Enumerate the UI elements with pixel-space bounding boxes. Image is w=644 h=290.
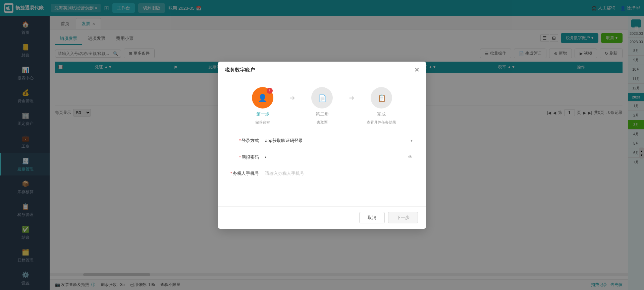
step-2-label: 第二步 bbox=[316, 111, 329, 117]
step-2: 📄 第二步 去取票 bbox=[295, 87, 349, 125]
step-1-label: 第一步 bbox=[256, 111, 269, 117]
step-3-icon-wrap: 📋 bbox=[371, 87, 392, 108]
step-1-icon-wrap: 👤 ! bbox=[252, 87, 273, 108]
step-arrow-2: ➜ bbox=[349, 87, 355, 102]
dialog-body: 👤 ! 第一步 完善账密 ➜ 📄 bbox=[218, 79, 426, 206]
svg-text:📄: 📄 bbox=[318, 94, 327, 102]
password-row: 网报密码 👁 bbox=[229, 153, 415, 162]
login-method-arrow-icon: ▾ bbox=[411, 138, 413, 143]
step-3-label: 完成 bbox=[377, 111, 386, 117]
modal-overlay[interactable]: 税务数字账户 ✕ 👤 ! 第一步 完善账密 bbox=[0, 0, 644, 290]
svg-text:📋: 📋 bbox=[378, 94, 386, 102]
step-1-avatar-icon: 👤 bbox=[257, 92, 269, 104]
step-2-doc-icon: 📄 bbox=[316, 92, 328, 104]
dialog-header: 税务数字账户 ✕ bbox=[218, 62, 426, 79]
wizard-steps: 👤 ! 第一步 完善账密 ➜ 📄 bbox=[229, 87, 415, 125]
cancel-button[interactable]: 取消 bbox=[359, 212, 385, 223]
phone-input[interactable] bbox=[262, 169, 415, 178]
password-field-wrap: 👁 bbox=[262, 153, 415, 162]
phone-row: 办税人手机号 bbox=[229, 169, 415, 178]
step-3: 📋 完成 查看具体任务结果 bbox=[355, 87, 408, 125]
login-method-value: app获取验证码登录 bbox=[265, 138, 303, 144]
step-2-sublabel: 去取票 bbox=[317, 120, 328, 125]
step-2-icon-wrap: 📄 bbox=[311, 87, 333, 108]
dialog-footer: 取消 下一步 bbox=[218, 206, 426, 229]
password-input[interactable] bbox=[262, 153, 408, 162]
login-method-row: 登录方式 app获取验证码登录 ▾ bbox=[229, 136, 415, 146]
step-1-error-badge: ! bbox=[267, 88, 273, 94]
next-button[interactable]: 下一步 bbox=[388, 212, 418, 223]
form-spacer bbox=[229, 185, 415, 198]
login-method-select[interactable]: app获取验证码登录 ▾ bbox=[262, 136, 415, 146]
svg-text:👤: 👤 bbox=[258, 93, 267, 102]
step-3-clipboard-icon: 📋 bbox=[375, 92, 387, 104]
login-method-label: 登录方式 bbox=[229, 138, 259, 144]
dialog-close-btn[interactable]: ✕ bbox=[414, 67, 419, 73]
step-1: 👤 ! 第一步 完善账密 bbox=[236, 87, 289, 125]
step-1-sublabel: 完善账密 bbox=[255, 120, 270, 125]
phone-label: 办税人手机号 bbox=[229, 170, 259, 176]
step-arrow-1: ➜ bbox=[289, 87, 295, 102]
password-eye-icon[interactable]: 👁 bbox=[408, 154, 415, 160]
dialog-title: 税务数字账户 bbox=[225, 67, 255, 73]
password-label: 网报密码 bbox=[229, 154, 259, 160]
step-3-sublabel: 查看具体任务结果 bbox=[367, 120, 396, 125]
tax-digital-dialog: 税务数字账户 ✕ 👤 ! 第一步 完善账密 bbox=[218, 62, 426, 229]
